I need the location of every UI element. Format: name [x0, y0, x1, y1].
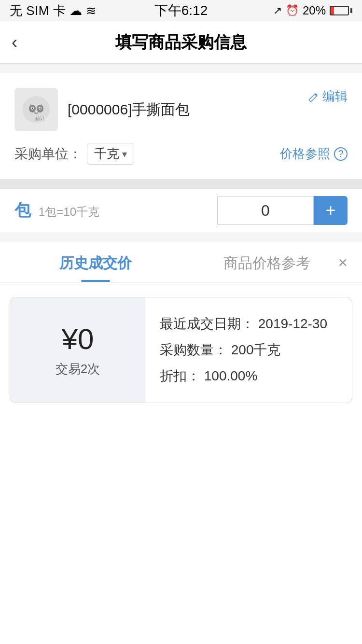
- price-card: ¥0 交易2次 最近成交日期： 2019-12-30 采购数量： 200千克 折…: [10, 297, 352, 403]
- quantity-value: 0: [261, 202, 270, 220]
- close-icon: ×: [338, 252, 348, 271]
- status-bar: 无 SIM 卡 ☁ ≋ 下午6:12 ↗ ⏰ 20%: [0, 0, 362, 21]
- status-signal: 无 SIM 卡 ☁ ≋: [10, 2, 97, 19]
- tab-bar: 历史成交价 商品价格参考 ×: [0, 242, 362, 282]
- tab-product-price-ref[interactable]: 商品价格参考: [181, 242, 352, 282]
- discount-label: 折扣：: [160, 368, 200, 383]
- discount-row: 折扣： 100.00%: [160, 367, 337, 385]
- plus-icon: +: [325, 200, 335, 221]
- unit-selector[interactable]: 千克 ▾: [87, 143, 134, 165]
- location-icon: ↗: [273, 4, 282, 17]
- product-top-row: 鲸计 [0000006]手撕面包 编辑: [14, 88, 348, 131]
- help-circle-icon: ?: [334, 147, 348, 161]
- product-logo-icon: 鲸计: [22, 95, 51, 124]
- price-transactions: 交易2次: [56, 361, 100, 378]
- purchase-qty-label: 采购数量：: [160, 342, 227, 357]
- svg-text:鲸计: 鲸计: [35, 116, 45, 121]
- quantity-row: 包 1包=10千克 0 +: [0, 189, 362, 232]
- recent-date-label: 最近成交日期：: [160, 316, 254, 331]
- battery-percent: 20%: [303, 4, 326, 17]
- price-amount: ¥0: [62, 322, 94, 356]
- quantity-increment-button[interactable]: +: [314, 196, 348, 225]
- back-button[interactable]: ‹: [12, 32, 17, 53]
- price-ref-label: 价格参照: [280, 145, 330, 162]
- battery-icon: [330, 6, 352, 15]
- quantity-input[interactable]: 0: [217, 196, 314, 225]
- product-bottom-row: 采购单位： 千克 ▾ 价格参照 ?: [14, 143, 348, 165]
- edit-icon: [307, 90, 320, 103]
- purchase-qty-value: 200千克: [231, 342, 281, 357]
- white-space: [0, 418, 362, 644]
- section-divider: [0, 179, 362, 189]
- qty-input-group: 0 +: [217, 196, 348, 225]
- alarm-icon: ⏰: [286, 4, 299, 17]
- unit-value: 千克: [94, 145, 119, 162]
- price-reference-button[interactable]: 价格参照 ?: [280, 145, 348, 162]
- product-thumbnail: 鲸计: [14, 88, 58, 131]
- status-right: ↗ ⏰ 20%: [273, 4, 352, 17]
- close-panel-button[interactable]: ×: [333, 248, 352, 276]
- history-price-content: ¥0 交易2次 最近成交日期： 2019-12-30 采购数量： 200千克 折…: [0, 282, 362, 418]
- price-right-panel: 最近成交日期： 2019-12-30 采购数量： 200千克 折扣： 100.0…: [145, 297, 352, 403]
- product-left: 鲸计 [0000006]手撕面包: [14, 88, 190, 131]
- svg-point-6: [40, 108, 41, 109]
- unit-row: 采购单位： 千克 ▾: [14, 143, 134, 165]
- nav-bar: ‹ 填写商品采购信息: [0, 21, 362, 64]
- product-name: [0000006]手撕面包: [68, 100, 190, 120]
- bottom-panel: 历史成交价 商品价格参考 × ¥0 交易2次 最近成交日期： 2019-12-3…: [0, 242, 362, 418]
- product-card: 鲸计 [0000006]手撕面包 编辑 采购单位： 千克 ▾ 价格参照 ?: [0, 73, 362, 179]
- price-left-panel: ¥0 交易2次: [10, 297, 145, 403]
- svg-point-5: [32, 108, 33, 109]
- discount-value: 100.00%: [204, 368, 258, 383]
- unit-label: 采购单位：: [14, 145, 82, 163]
- qty-unit-badge: 包: [14, 199, 31, 222]
- purchase-qty-row: 采购数量： 200千克: [160, 341, 337, 359]
- edit-button[interactable]: 编辑: [307, 88, 348, 105]
- page-title: 填写商品采购信息: [115, 31, 247, 54]
- recent-date-value: 2019-12-30: [258, 316, 327, 331]
- recent-date-row: 最近成交日期： 2019-12-30: [160, 315, 337, 333]
- tab-history-price[interactable]: 历史成交价: [10, 242, 181, 282]
- dropdown-arrow-icon: ▾: [122, 148, 127, 160]
- qty-label-group: 包 1包=10千克: [14, 199, 99, 222]
- qty-sub-label: 1包=10千克: [39, 204, 99, 220]
- status-time: 下午6:12: [154, 1, 208, 20]
